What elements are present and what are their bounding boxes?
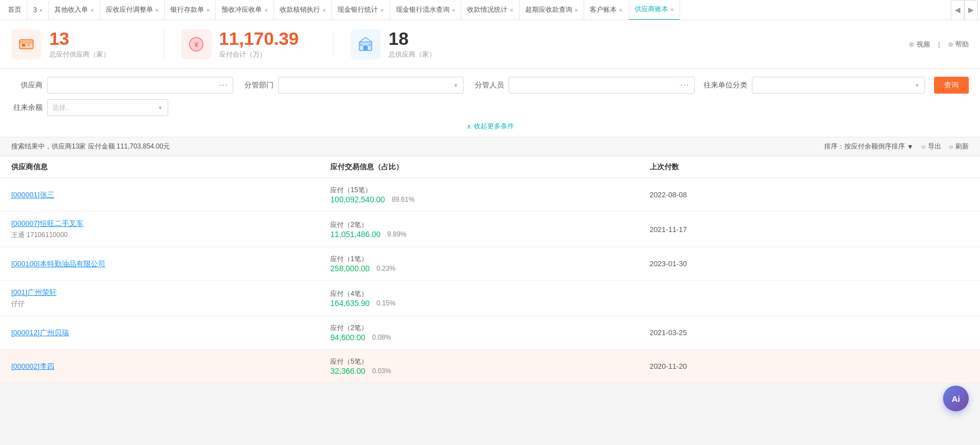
supplier-link[interactable]: [001]广州荣轩	[11, 288, 57, 296]
category-arrow[interactable]: ▼	[914, 82, 920, 89]
category-input[interactable]: ▼	[752, 77, 926, 94]
tab-close-receipt-stat[interactable]: ×	[510, 7, 513, 13]
filter-row-2: 往来余额 选择... ▼	[11, 99, 168, 116]
tab-close-overdue-ar[interactable]: ×	[575, 7, 578, 13]
nav-tab-advance-ar[interactable]: 预收冲应收单×	[216, 0, 274, 20]
balance-label: 往来余额	[11, 103, 43, 113]
tab-close-tab3[interactable]: ×	[39, 7, 43, 13]
nav-tab-cash-flow[interactable]: 现金银行流水查询×	[390, 0, 461, 20]
nav-tab-overdue-ar[interactable]: 超期应收款查询×	[520, 0, 584, 20]
nav-next-arrow[interactable]: ▶	[964, 0, 978, 20]
supplier-sub-info: 仔仔	[11, 299, 330, 309]
stat-suppliers-info: 18 总供应商（家）	[389, 30, 436, 59]
person-input[interactable]: ···	[509, 77, 695, 94]
svg-rect-6	[360, 44, 363, 46]
filter-row-1: 供应商 ··· 分管部门 ▼ 分管人员 ··· 往来单位分类 ▼	[11, 77, 969, 94]
nav-tab-receipt-stat[interactable]: 收款情况统计×	[461, 0, 519, 20]
nav-tab-cash-stat[interactable]: 现金银行统计×	[332, 0, 390, 20]
collapse-button[interactable]: ∧ 收起更多条件	[11, 122, 969, 131]
nav-tab-customer-book[interactable]: 客户账本×	[584, 0, 628, 20]
filter-supplier: 供应商 ···	[11, 77, 233, 94]
table-row: [000002]李四应付（5笔）32,366.000.03%2020-11-20	[0, 350, 980, 383]
dept-input[interactable]: ▼	[278, 77, 464, 94]
supplier-link[interactable]: [000100]本特勤油品有限公司	[11, 259, 105, 268]
top-navigation: 首页3×其他收入单×应收应付调整单×银行存款单×预收冲应收单×收款核销执行×现金…	[0, 0, 980, 20]
sort-control[interactable]: 排序：按应付余额倒序排序 ▼	[824, 142, 914, 151]
supplier-dots[interactable]: ···	[219, 80, 228, 90]
supplier-input[interactable]: ···	[47, 77, 233, 94]
tab-close-bank-deposit[interactable]: ×	[206, 7, 210, 13]
payable-amount: 258,000.00	[330, 264, 369, 273]
export-button[interactable]: ○ 导出	[922, 142, 941, 151]
nav-tab-ar-ap-adj[interactable]: 应收应付调整单×	[100, 0, 165, 20]
payable-cell: 应付（2笔）11,051,486.009.89%	[330, 220, 649, 239]
tab-close-cash-stat[interactable]: ×	[380, 7, 383, 13]
nav-tab-home[interactable]: 首页	[2, 0, 27, 20]
last-pay-cell: 2020-11-20	[650, 362, 969, 370]
supplier-link[interactable]: [000001]张三	[11, 191, 54, 199]
nav-tab-bank-deposit[interactable]: 银行存款单×	[165, 0, 216, 20]
person-label: 分管人员	[473, 80, 504, 90]
nav-prev-arrow[interactable]: ◀	[951, 0, 964, 20]
table-header: 供应商信息 应付交易信息（占比） 上次付数	[0, 156, 980, 178]
category-text-input[interactable]	[757, 81, 915, 89]
payable-cell: 应付（15笔）100,092,540.0089.61%	[330, 186, 649, 204]
supplier-link[interactable]: [000012]广州贝瑞	[11, 328, 69, 337]
svg-rect-5	[363, 45, 368, 50]
tab-close-customer-book[interactable]: ×	[619, 7, 622, 13]
person-dots[interactable]: ···	[680, 80, 689, 90]
supplier-text-input[interactable]	[52, 81, 219, 89]
supplier-link[interactable]: [000002]李四	[11, 362, 54, 370]
svg-rect-0	[20, 40, 33, 49]
tab-close-receipt-exec[interactable]: ×	[322, 7, 326, 13]
result-actions: 排序：按应付余额倒序排序 ▼ ○ 导出 ○ 刷新	[824, 142, 969, 151]
video-link[interactable]: ⊙ 视频	[909, 40, 930, 49]
payable-pct: 9.89%	[387, 230, 406, 238]
export-icon: ○	[922, 143, 926, 151]
collapse-area: ∧ 收起更多条件	[11, 122, 969, 131]
total-payable-suppliers-value: 13	[49, 30, 110, 48]
supplier-cell: [000007]恒旺二手叉车王通 17106110000	[11, 219, 330, 240]
svg-rect-1	[22, 44, 25, 47]
balance-placeholder: 选择...	[52, 103, 71, 113]
nav-tab-receipt-exec[interactable]: 收款核销执行×	[274, 0, 332, 20]
refresh-button[interactable]: ○ 刷新	[949, 142, 969, 151]
last-pay-cell: 2021-11-17	[650, 225, 969, 234]
stat-total-payable-suppliers: 13 总应付供应商（家）	[11, 29, 164, 59]
tab-close-other-income[interactable]: ×	[90, 7, 94, 13]
last-pay-cell: 2022-08-08	[650, 191, 969, 199]
supplier-link[interactable]: [000007]恒旺二手叉车	[11, 219, 84, 228]
payable-cell: 应付（4笔）164,635.900.15%	[330, 289, 649, 308]
supplier-label: 供应商	[11, 80, 43, 90]
payable-amount: 100,092,540.00	[330, 195, 385, 204]
supplier-sub-info: 王通 17106110000	[11, 230, 330, 240]
col-last-pay: 上次付数	[650, 162, 969, 172]
nav-tab-supplier-book[interactable]: 供应商账本×	[629, 0, 680, 20]
nav-tab-tab3[interactable]: 3×	[27, 0, 49, 20]
total-suppliers-value: 18	[389, 30, 436, 48]
supplier-cell: [000012]广州贝瑞	[11, 328, 330, 338]
separator: ｜	[936, 40, 942, 49]
tab-close-ar-ap-adj[interactable]: ×	[155, 7, 159, 13]
query-button[interactable]: 查询	[934, 77, 969, 94]
nav-tab-other-income[interactable]: 其他收入单×	[49, 0, 100, 20]
supplier-cell: [000002]李四	[11, 361, 330, 372]
tab-close-cash-flow[interactable]: ×	[452, 7, 455, 13]
tab-close-advance-ar[interactable]: ×	[264, 7, 267, 13]
supplier-cell: [001]广州荣轩仔仔	[11, 288, 330, 309]
stats-row: 13 总应付供应商（家） ¥ 11,170.39 应付合计（万）	[0, 20, 980, 69]
export-label: 导出	[928, 142, 941, 151]
table-row: [000001]张三应付（15笔）100,092,540.0089.61%202…	[0, 178, 980, 212]
person-text-input[interactable]	[514, 81, 680, 89]
payable-cell: 应付（5笔）32,366.000.03%	[330, 357, 649, 376]
help-link[interactable]: ⊙ 帮助	[948, 40, 969, 49]
dept-text-input[interactable]	[283, 81, 454, 89]
balance-arrow[interactable]: ▼	[158, 105, 163, 111]
tab-close-supplier-book[interactable]: ×	[671, 6, 674, 13]
payable-pct: 89.61%	[392, 196, 415, 203]
balance-input[interactable]: 选择... ▼	[47, 99, 168, 116]
payable-amount: 32,366.00	[330, 367, 365, 376]
payable-amount: 164,635.90	[330, 299, 369, 308]
dept-arrow[interactable]: ▼	[453, 82, 459, 89]
payable-label: 应付（1笔）	[330, 254, 649, 264]
